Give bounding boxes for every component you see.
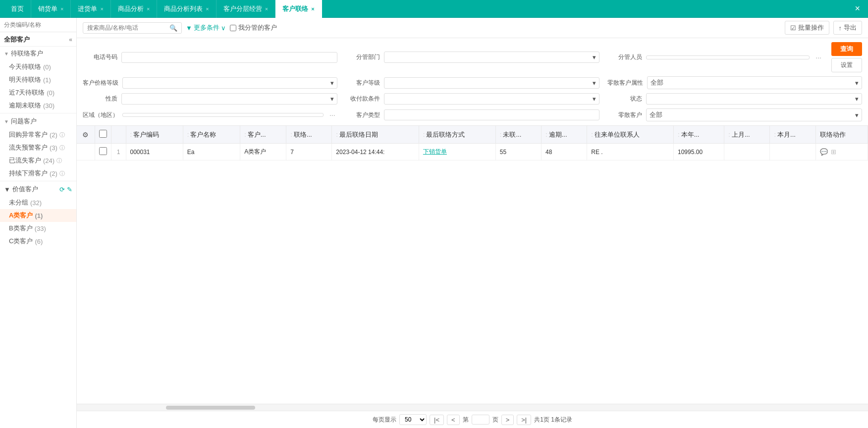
payment-select[interactable]: ▾ — [384, 93, 600, 105]
nature-select[interactable]: ▾ — [121, 93, 337, 105]
rownum-header — [111, 126, 126, 144]
nav-customer-contact[interactable]: 客户联络 × — [275, 0, 322, 18]
batch-op-button[interactable]: ☑ 批量操作 — [785, 21, 829, 35]
total-info: 共1页 1条记录 — [534, 416, 572, 424]
row-company-contact-cell: RE . — [587, 144, 674, 160]
sidebar-item-overdue[interactable]: 逾期未联络 (30) — [0, 99, 76, 112]
more-filters-btn[interactable]: ▼ 更多条件 ∨ — [186, 23, 226, 32]
scrollbar-thumb[interactable] — [166, 406, 255, 410]
region-dots-icon[interactable]: ··· — [327, 111, 337, 119]
last-page-button[interactable]: >| — [517, 415, 531, 425]
sidebar-item-warning[interactable]: 流失预警客户 (3) ⓘ — [0, 141, 76, 154]
nav-goods-analysis[interactable]: 商品分析 × — [111, 0, 157, 18]
refresh-icon[interactable]: ⟳ — [59, 186, 65, 193]
close-goods-analysis-icon[interactable]: × — [147, 6, 150, 12]
pending-contact-group[interactable]: ▼ 待联络客户 — [0, 47, 76, 60]
settings-button[interactable]: 设置 — [831, 58, 862, 72]
nav-purchase[interactable]: 进货单 × — [71, 0, 110, 18]
page-input[interactable]: 1 — [472, 415, 489, 425]
export-button[interactable]: ↑ 导出 — [833, 21, 863, 35]
phone-label: 电话号码 — [83, 53, 117, 61]
prev-page-button[interactable]: < — [447, 415, 460, 425]
dept-label: 分管部门 — [345, 53, 380, 61]
close-customer-tier-icon[interactable]: × — [265, 6, 268, 12]
row-checkbox[interactable] — [99, 147, 107, 155]
value-arrow-icon: ▼ — [4, 186, 10, 193]
customer-type-input[interactable] — [384, 109, 600, 120]
sidebar-item-unclassified[interactable]: 未分组 (32) — [0, 196, 76, 209]
chevron-down-icon: ∨ — [221, 24, 226, 32]
page-of-label: 页 — [492, 416, 498, 424]
close-purchase-icon[interactable]: × — [100, 6, 103, 12]
retail-attr-select[interactable]: 全部 ▾ — [647, 76, 862, 89]
close-customer-contact-icon[interactable]: × — [311, 6, 314, 12]
my-customers-checkbox[interactable]: 我分管的客户 — [230, 23, 277, 32]
region-input[interactable] — [122, 113, 324, 117]
person-label: 分管人员 — [607, 53, 642, 61]
price-level-select[interactable]: ▾ — [122, 77, 337, 89]
phone-input[interactable] — [121, 52, 337, 63]
person-dots-icon[interactable]: ··· — [814, 54, 823, 61]
sidebar-item-today[interactable]: 今天待联络 (0) — [0, 60, 76, 73]
all-customers-header[interactable]: 全部客户 « — [0, 32, 76, 47]
close-all-icon[interactable]: × — [851, 3, 864, 14]
customer-level-select[interactable]: ▾ — [384, 77, 600, 89]
nav-home[interactable]: 首页 — [4, 0, 31, 18]
sidebar-collapse-icon[interactable]: « — [69, 36, 72, 43]
problem-customer-group[interactable]: ▼ 问题客户 — [0, 114, 76, 128]
sidebar-item-declining[interactable]: 持续下滑客户 (2) ⓘ — [0, 167, 76, 180]
sidebar: 🔍 全部客户 « ▼ 待联络客户 今天待联络 (0) 明天待联络 (1) 近7天… — [0, 18, 77, 428]
adv-row-status: 状态 ▾ — [607, 93, 862, 105]
info-icon-lost: ⓘ — [56, 157, 62, 164]
adv-row-nature: 性质 ▾ — [83, 93, 337, 105]
sidebar-search-input[interactable] — [4, 21, 77, 28]
row-overdue-cell: 48 — [542, 144, 587, 160]
select-all-checkbox[interactable] — [99, 130, 107, 138]
next-page-button[interactable]: > — [501, 415, 514, 425]
sidebar-item-abnormal[interactable]: 回购异常客户 (2) ⓘ — [0, 128, 76, 141]
edit-icon[interactable]: ✎ — [67, 186, 72, 193]
table-settings-icon[interactable]: ⚙ — [82, 131, 89, 139]
message-icon[interactable]: 💬 — [820, 148, 828, 156]
region-label: 区域（地区） — [83, 111, 118, 119]
filter-search-icon[interactable]: 🔍 — [169, 24, 177, 32]
sidebar-item-a-class[interactable]: A类客户 (1) — [0, 209, 76, 222]
sidebar-item-lost[interactable]: 已流失客户 (24) ⓘ — [0, 154, 76, 167]
row-name-cell[interactable]: Ea — [183, 144, 240, 160]
problem-arrow-icon: ▼ — [4, 119, 9, 124]
qr-icon[interactable]: ⊞ — [831, 148, 836, 156]
info-icon-declining: ⓘ — [59, 170, 65, 177]
adv-row-price-level: 客户价格等级 ▾ — [83, 76, 337, 89]
table-header-row: ⚙ :客户编码 :客户名称 :客户... :联络... :最后联络日期 :最后联… — [77, 126, 868, 144]
query-button[interactable]: 查询 — [831, 42, 862, 56]
my-customers-check[interactable] — [230, 25, 236, 31]
value-customer-group[interactable]: ▼ 价值客户 ⟳ ✎ — [0, 182, 76, 196]
data-table-container: ⚙ :客户编码 :客户名称 :客户... :联络... :最后联络日期 :最后联… — [77, 126, 868, 404]
col-overdue: :逾期... — [542, 126, 587, 144]
adv-row-region: 区域（地区） ··· — [83, 108, 337, 121]
adv-row-payment: 收付款条件 ▾ — [345, 93, 600, 105]
person-input[interactable] — [646, 55, 810, 59]
row-code-cell: 000031 — [126, 144, 183, 160]
nav-goods-list[interactable]: 商品分析列表 × — [157, 0, 216, 18]
status-select[interactable]: ▾ — [646, 93, 862, 105]
horizontal-scrollbar[interactable] — [77, 404, 868, 411]
row-last-method-cell[interactable]: 下销货单 — [419, 144, 495, 160]
retail-select[interactable]: 全部 ▾ — [646, 108, 862, 121]
sidebar-item-7days[interactable]: 近7天待联络 (0) — [0, 86, 76, 99]
payment-chevron-icon: ▾ — [593, 95, 596, 103]
dept-select[interactable]: ▾ — [384, 52, 600, 63]
first-page-button[interactable]: |< — [430, 415, 444, 425]
sidebar-item-b-class[interactable]: B类客户 (33) — [0, 222, 76, 235]
payment-label: 收付款条件 — [345, 95, 380, 103]
dept-chevron-icon: ▾ — [593, 54, 596, 61]
nav-customer-tier[interactable]: 客户分层经营 × — [217, 0, 275, 18]
sidebar-item-c-class[interactable]: C类客户 (6) — [0, 235, 76, 248]
close-sales-icon[interactable]: × — [60, 6, 63, 12]
nav-sales[interactable]: 销货单 × — [31, 0, 71, 18]
per-page-select[interactable]: 50 100 200 — [399, 414, 427, 425]
sidebar-item-tomorrow[interactable]: 明天待联络 (1) — [0, 73, 76, 86]
close-goods-list-icon[interactable]: × — [206, 6, 209, 12]
info-icon-abnormal: ⓘ — [59, 131, 65, 139]
search-input[interactable] — [87, 24, 166, 31]
